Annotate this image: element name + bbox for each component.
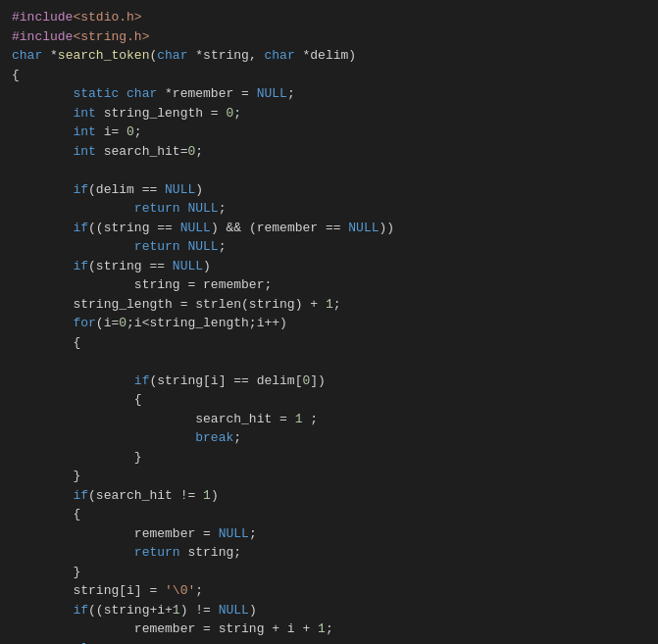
code-token: { — [12, 335, 80, 350]
code-token: ) — [203, 259, 211, 273]
code-token: 0 — [127, 124, 134, 139]
code-token: ; — [219, 201, 227, 216]
code-token: (string[i] == delim[ — [149, 373, 302, 388]
code-token: ; — [134, 124, 142, 139]
code-token: ; — [219, 239, 227, 254]
code-token: char — [265, 48, 295, 63]
code-editor: #include<stdio.h>#include<string.h>char … — [0, 8, 658, 644]
code-token: NULL — [187, 201, 218, 216]
code-token — [12, 545, 134, 560]
code-line: search_hit = 1 ; — [12, 410, 646, 429]
code-token: if — [73, 259, 88, 273]
code-token: * — [42, 48, 58, 63]
code-token: int — [73, 144, 95, 159]
code-token: NULL — [187, 239, 218, 254]
code-token: } — [12, 469, 80, 483]
code-token: )) — [380, 221, 395, 235]
code-token: int — [73, 124, 95, 139]
code-line: return NULL; — [12, 199, 646, 219]
code-line: if((string == NULL) && (remember == NULL… — [12, 219, 646, 238]
code-token: (string == — [88, 259, 173, 273]
code-token: string_length = strlen(string) + — [73, 297, 325, 312]
code-token: ) — [211, 488, 219, 503]
code-token: NULL — [180, 221, 211, 235]
code-token: *remember = — [157, 86, 256, 101]
code-token: NULL — [219, 603, 249, 618]
code-token — [12, 526, 134, 541]
code-token: NULL — [165, 182, 195, 197]
code-token — [12, 412, 195, 426]
code-line: } — [12, 448, 646, 468]
code-token: ) != — [180, 603, 219, 618]
code-line: if((string+i+1) != NULL) — [12, 601, 646, 620]
code-line: string[i] = '\0'; — [12, 581, 646, 601]
code-line: int string_length = 0; — [12, 104, 646, 124]
code-token: static — [73, 86, 119, 101]
code-token: if — [73, 182, 88, 197]
code-token: if — [73, 603, 88, 618]
code-token — [12, 182, 73, 197]
code-token: NULL — [173, 259, 203, 273]
code-line: char *search_token(char *string, char *d… — [12, 46, 646, 66]
code-token: ) — [195, 182, 203, 197]
code-token — [12, 603, 73, 618]
code-token: (i= — [96, 316, 119, 330]
code-token — [12, 488, 73, 503]
code-line: { — [12, 66, 646, 85]
code-token — [12, 239, 134, 254]
code-token: search_hit= — [96, 144, 188, 159]
code-token: ) && (remember == — [211, 221, 348, 235]
code-token — [12, 106, 73, 121]
code-token — [12, 86, 73, 101]
code-token: } — [12, 565, 80, 579]
code-token: { — [12, 68, 20, 82]
code-token: <stdio.h> — [73, 10, 141, 25]
code-token: return — [134, 239, 180, 254]
code-line: if(string == NULL) — [12, 257, 646, 276]
code-token: remember = — [134, 526, 219, 541]
code-token: ; — [326, 621, 333, 636]
code-token: if — [73, 221, 88, 235]
code-token: i= — [96, 124, 127, 139]
code-token: ]) — [310, 373, 326, 388]
code-line: string_length = strlen(string) + 1; — [12, 295, 646, 315]
code-token: break — [195, 430, 233, 445]
code-line: } — [12, 467, 646, 486]
code-token — [12, 297, 73, 312]
code-token: if — [73, 488, 88, 503]
code-line: for(i=0;i<string_length;i++) — [12, 314, 646, 333]
code-line: { — [12, 505, 646, 524]
code-token — [12, 621, 134, 636]
code-line — [12, 352, 646, 372]
code-line: if(string[i] == delim[0]) — [12, 372, 646, 391]
code-token: char — [12, 48, 42, 63]
code-token: remember = string + i + — [134, 621, 318, 636]
code-token: if — [134, 373, 150, 388]
code-token: int — [73, 106, 95, 121]
code-token — [12, 259, 73, 273]
code-line — [12, 161, 646, 180]
code-token: '\0' — [165, 583, 195, 598]
code-token: #include — [12, 10, 73, 25]
code-line: static char *remember = NULL; — [12, 84, 646, 104]
code-token: ((string+i+ — [88, 603, 173, 618]
code-token — [12, 144, 73, 159]
code-token: string; — [180, 545, 241, 560]
code-token — [12, 373, 134, 388]
code-token: search_hit = — [195, 412, 294, 426]
code-token: string_length = — [96, 106, 227, 121]
code-token: ; — [233, 106, 241, 121]
code-token: { — [12, 507, 80, 521]
code-line: if(search_hit != 1) — [12, 486, 646, 506]
code-token: (delim == — [88, 182, 165, 197]
code-line: break; — [12, 428, 646, 448]
code-token: ; — [195, 144, 203, 159]
code-token — [12, 641, 73, 645]
code-line: int i= 0; — [12, 123, 646, 142]
code-token — [12, 221, 73, 235]
code-line: { — [12, 390, 646, 410]
code-token: { — [12, 392, 142, 407]
code-token: 0 — [119, 316, 127, 330]
code-token — [12, 124, 73, 139]
code-token: else — [73, 641, 103, 645]
